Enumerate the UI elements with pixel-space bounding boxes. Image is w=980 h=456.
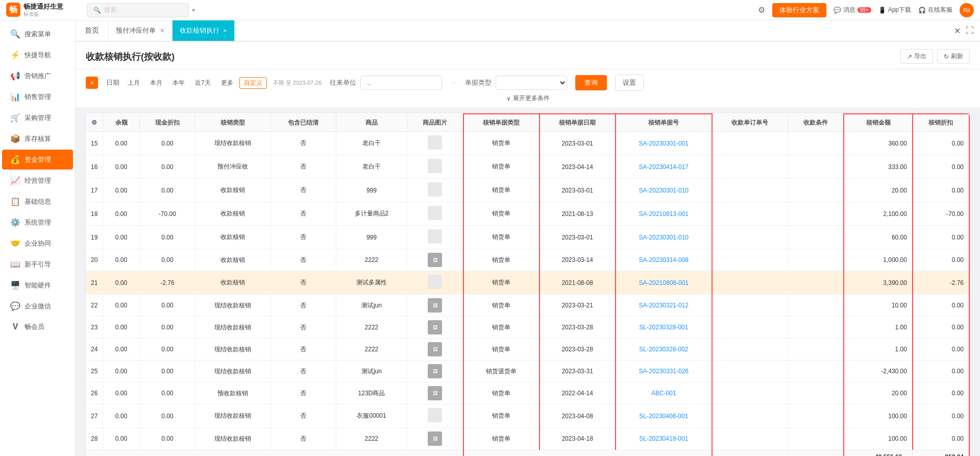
cell-verify-doc-no[interactable]: ABC-001 xyxy=(616,382,712,404)
cell-verify-doc-no[interactable]: SA-20210813-001 xyxy=(616,202,712,226)
export-button[interactable]: ↗ 导出 xyxy=(900,49,933,64)
cell-verify-type: 收款核销 xyxy=(195,179,271,202)
date-option-last-month[interactable]: 上月 xyxy=(124,78,144,88)
date-option-more[interactable]: 更多 xyxy=(217,78,237,88)
cell-verify-doc-no[interactable]: SL-20230328-001 xyxy=(616,317,712,339)
tab-home[interactable]: 首页 xyxy=(76,20,109,41)
app-download-icon: 📱 xyxy=(878,7,886,14)
col-header-settings[interactable]: ⚙ xyxy=(86,114,103,132)
sidebar-label-search: 搜索菜单 xyxy=(24,30,51,39)
user-avatar[interactable]: Rit xyxy=(960,3,974,17)
cell-receipt-order-no xyxy=(712,202,788,226)
app-badge: 标准版 xyxy=(23,11,63,17)
cell-verify-doc-no[interactable]: SA-20230301-010 xyxy=(616,226,712,249)
page-header-actions: ↗ 导出 ↻ 刷新 xyxy=(900,49,970,64)
tab-verify-close[interactable]: ✕ xyxy=(223,28,227,34)
refresh-button[interactable]: ↻ 刷新 xyxy=(937,49,970,64)
verify-doc-no-link[interactable]: SA-20230301-010 xyxy=(639,234,689,241)
dropdown-arrow-icon[interactable]: ▾ xyxy=(192,7,195,14)
sidebar-item-search[interactable]: 🔍 搜索菜单 xyxy=(2,24,73,44)
main-layout: 🔍 搜索菜单 ⚡ 快捷导航 📢 营销推广 📊 销售管理 🛒 采购管理 📦 库存核… xyxy=(0,20,980,456)
query-button[interactable]: 查询 xyxy=(575,75,607,90)
col-header-verify-type: 核销类型 xyxy=(195,114,271,132)
cell-verify-doc-no[interactable]: SA-20230321-012 xyxy=(616,295,712,317)
cell-no: 17 xyxy=(86,179,103,202)
product-image-empty xyxy=(428,275,442,289)
cell-verify-doc-no[interactable]: SL-20230418-001 xyxy=(616,428,712,450)
search-placeholder: 搜索... xyxy=(104,6,121,14)
verify-doc-no-link[interactable]: SA-20230414-017 xyxy=(639,163,689,171)
sidebar-item-member[interactable]: V 畅会员 xyxy=(2,317,73,337)
verify-doc-no-link[interactable]: SA-20230314-008 xyxy=(639,256,689,263)
verify-doc-no-link[interactable]: SA-20230331-026 xyxy=(639,368,689,375)
date-option-this-year[interactable]: 本年 xyxy=(168,78,189,88)
cell-verify-doc-no[interactable]: SA-20210808-001 xyxy=(616,271,712,295)
tab-prepay[interactable]: 预付冲应付单 ✕ xyxy=(109,20,173,41)
cell-product-image: 🖼 xyxy=(407,382,463,404)
cell-verify-doc-no[interactable]: SA-20230331-026 xyxy=(616,361,712,382)
verify-doc-no-link[interactable]: SL-20230418-001 xyxy=(639,435,688,442)
cell-verify-doc-no[interactable]: SA-20230301-010 xyxy=(616,179,712,202)
cell-verify-doc-no[interactable]: SA-20230414-017 xyxy=(616,155,712,179)
search-box[interactable]: 🔍 搜索... xyxy=(87,3,189,17)
product-image: 🖼 xyxy=(428,298,442,313)
gear-settings-icon[interactable]: ⚙ xyxy=(758,5,765,15)
sidebar-item-finance[interactable]: 💰 资金管理 xyxy=(2,150,73,170)
sidebar-item-marketing[interactable]: 📢 营销推广 xyxy=(2,66,73,86)
table-container[interactable]: ⚙ 余额 现金折扣 核销类型 包含已结清 商品 商品图片 核销单据类型 核销单据… xyxy=(76,108,980,456)
cell-receipt-condition xyxy=(788,317,844,339)
verify-doc-no-link[interactable]: SL-20230328-002 xyxy=(639,346,688,353)
verify-doc-no-link[interactable]: SA-20210808-001 xyxy=(639,279,689,286)
cell-verify-doc-type: 销货单 xyxy=(463,339,540,361)
verify-doc-no-link[interactable]: SL-20230328-001 xyxy=(639,324,688,331)
cell-verify-doc-no[interactable]: SA-20230314-008 xyxy=(616,249,712,271)
verify-doc-no-link[interactable]: SA-20230301-001 xyxy=(639,140,689,147)
app-download-action[interactable]: 📱 App下载 xyxy=(878,6,911,14)
cell-included-settled: 否 xyxy=(271,339,336,361)
settings-button[interactable]: 设置 xyxy=(615,75,644,91)
sidebar-item-basic-info[interactable]: 📋 基础信息 xyxy=(2,191,73,211)
online-service-action[interactable]: 🎧 在线客服 xyxy=(918,6,952,14)
tab-prepay-close[interactable]: ✕ xyxy=(160,27,165,34)
sidebar-item-collab[interactable]: 🤝 企业协同 xyxy=(2,233,73,253)
sidebar-item-system[interactable]: ⚙️ 系统管理 xyxy=(2,212,73,232)
date-custom-button[interactable]: 自定义 xyxy=(239,77,267,89)
expand-more-button[interactable]: ∨ 展开更多条件 xyxy=(506,94,550,103)
industry-solution-button[interactable]: 体验行业方案 xyxy=(772,3,826,17)
sidebar-item-sales[interactable]: 📊 销售管理 xyxy=(2,87,73,107)
cell-no: 24 xyxy=(86,339,103,361)
cell-verify-doc-no[interactable]: SA-20230301-001 xyxy=(616,132,712,155)
verify-doc-no-link[interactable]: ABC-001 xyxy=(651,390,676,397)
verify-doc-no-link[interactable]: SA-20230321-012 xyxy=(639,302,689,309)
sidebar-item-guide[interactable]: 📖 新手引导 xyxy=(2,254,73,274)
sidebar-item-wechat[interactable]: 💬 企业微信 xyxy=(2,296,73,316)
verify-doc-no-link[interactable]: SA-20230301-010 xyxy=(639,187,689,194)
sidebar-item-operations[interactable]: 📈 经营管理 xyxy=(2,171,73,190)
date-option-this-month[interactable]: 本月 xyxy=(146,78,166,88)
search-menu-icon: 🔍 xyxy=(10,29,20,39)
filter-expand-button[interactable]: » xyxy=(86,77,98,89)
sidebar-item-purchase[interactable]: 🛒 采购管理 xyxy=(2,108,73,128)
tab-close-icon[interactable]: ✕ xyxy=(954,26,961,36)
sidebar-item-hardware[interactable]: 🖥️ 智能硬件 xyxy=(2,275,73,295)
sidebar-item-quick-nav[interactable]: ⚡ 快捷导航 xyxy=(2,45,73,65)
verify-doc-no-link[interactable]: SA-20210813-001 xyxy=(639,210,689,218)
cell-included-settled: 否 xyxy=(271,271,336,295)
verify-doc-no-link[interactable]: SL-20230408-001 xyxy=(639,413,688,420)
cell-verify-discount: 0.00 xyxy=(913,361,969,382)
doctype-select[interactable] xyxy=(496,76,567,90)
message-action[interactable]: 💬 消息 99+ xyxy=(834,6,871,14)
product-image: 🖼 xyxy=(428,386,442,400)
tab-verify[interactable]: 收款核销执行 ✕ xyxy=(173,20,235,41)
cell-balance: 0.00 xyxy=(103,428,139,450)
tab-verify-label: 收款核销执行 xyxy=(180,26,219,35)
cell-verify-doc-no[interactable]: SL-20230408-001 xyxy=(616,404,712,428)
partner-input[interactable] xyxy=(360,76,442,90)
cell-cash-discount: 0.00 xyxy=(139,155,195,179)
top-search-area: 🔍 搜索... ▾ xyxy=(87,3,753,17)
sidebar-item-inventory[interactable]: 📦 库存核算 xyxy=(2,129,73,149)
date-option-7days[interactable]: 近7天 xyxy=(191,78,215,88)
cell-verify-discount: 0.00 xyxy=(913,317,969,339)
tab-expand-icon[interactable]: ⛶ xyxy=(966,26,974,35)
cell-verify-doc-no[interactable]: SL-20230328-002 xyxy=(616,339,712,361)
